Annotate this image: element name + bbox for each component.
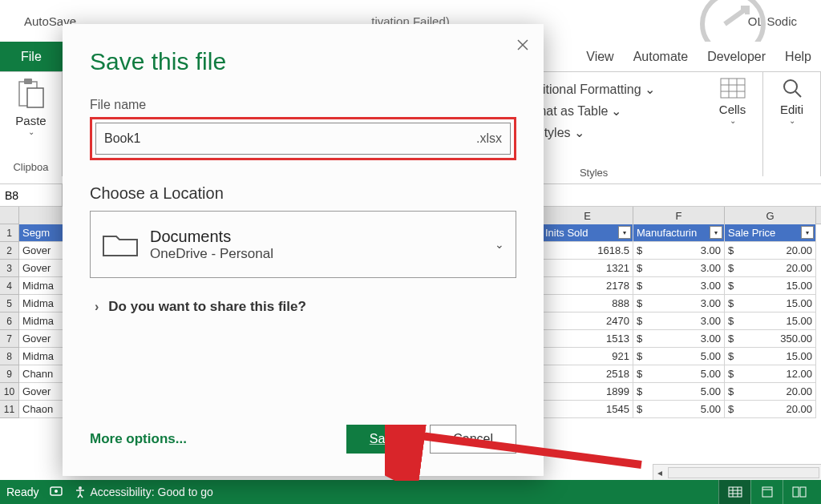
share-toggle-row[interactable]: › Do you want to share this file?: [95, 299, 516, 315]
dialog-backdrop: Save this file File name Book1 .xlsx Cho…: [0, 0, 821, 504]
save-button[interactable]: Save: [346, 425, 422, 454]
dialog-footer: More options... Save Cancel: [90, 425, 516, 454]
more-options-link[interactable]: More options...: [90, 431, 187, 447]
file-name-value: Book1: [104, 131, 140, 146]
file-name-label: File name: [90, 98, 516, 112]
location-text: Documents OneDrive - Personal: [150, 228, 483, 262]
close-icon: [516, 38, 529, 51]
file-name-input[interactable]: Book1 .xlsx: [95, 123, 511, 155]
location-name: Documents: [150, 228, 483, 246]
file-extension-dropdown[interactable]: .xlsx: [476, 131, 502, 146]
choose-location-label: Choose a Location: [90, 184, 516, 203]
chevron-right-icon: ›: [95, 300, 99, 314]
location-subtitle: OneDrive - Personal: [150, 246, 483, 262]
file-name-highlight: Book1 .xlsx: [90, 117, 516, 160]
share-prompt: Do you want to share this file?: [108, 299, 306, 315]
dialog-title: Save this file: [90, 48, 516, 75]
chevron-down-icon: ⌄: [495, 238, 504, 251]
location-dropdown[interactable]: Documents OneDrive - Personal ⌄: [90, 211, 516, 278]
folder-icon: [102, 230, 139, 259]
cancel-button[interactable]: Cancel: [430, 425, 516, 454]
save-dialog: Save this file File name Book1 .xlsx Cho…: [63, 24, 544, 476]
close-button[interactable]: [513, 35, 532, 54]
